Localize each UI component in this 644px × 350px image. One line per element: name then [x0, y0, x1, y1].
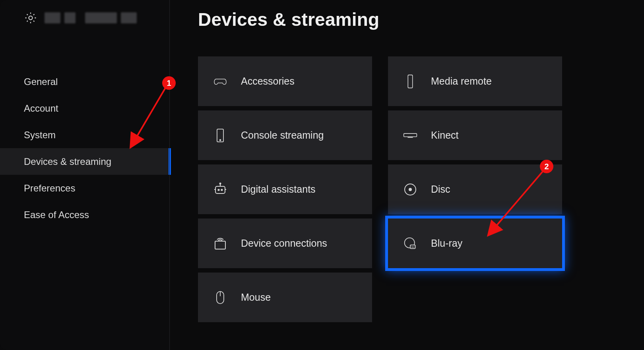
sidebar-item-ease-of-access[interactable]: Ease of Access [0, 201, 171, 228]
tile-label: Blu-ray [431, 238, 462, 249]
disc-icon [402, 182, 418, 197]
phone-icon [212, 128, 228, 143]
redacted-username [45, 12, 137, 23]
sidebar-divider [169, 0, 170, 350]
main: Devices & streaming Accessories C [171, 0, 644, 350]
tile-media-remote[interactable]: Media remote [388, 56, 562, 106]
mouse-icon [212, 290, 228, 306]
tiles-column-1: Accessories Console streaming [198, 56, 372, 322]
tile-bluray[interactable]: HD Blu-ray [388, 219, 562, 268]
svg-point-5 [220, 183, 221, 184]
svg-point-2 [220, 139, 221, 141]
controller-icon [212, 73, 228, 89]
sidebar-item-label: Account [24, 103, 58, 114]
tile-mouse[interactable]: Mouse [198, 273, 372, 322]
gear-icon [24, 11, 37, 25]
page-title: Devices & streaming [198, 9, 624, 30]
sidebar-item-devices-streaming[interactable]: Devices & streaming [0, 148, 171, 175]
sidebar-nav: General Account System Devices & streami… [0, 68, 171, 228]
tile-kinect[interactable]: Kinect [388, 110, 562, 160]
sidebar-item-label: Preferences [24, 183, 75, 194]
tile-device-connections[interactable]: Device connections [198, 219, 372, 268]
tile-label: Media remote [431, 75, 492, 87]
remote-icon [402, 73, 418, 89]
sidebar-item-general[interactable]: General [0, 68, 171, 95]
sidebar-item-label: General [24, 76, 58, 87]
tile-label: Accessories [241, 75, 295, 87]
svg-point-0 [29, 16, 32, 19]
assistant-icon [212, 182, 228, 197]
tiles-column-2: Media remote Kinect Di [388, 56, 562, 322]
tile-label: Digital assistants [241, 184, 316, 195]
svg-rect-13 [408, 75, 412, 88]
tile-digital-assistants[interactable]: Digital assistants [198, 164, 372, 214]
svg-point-6 [218, 189, 219, 190]
sidebar-item-label: Ease of Access [24, 209, 89, 220]
sidebar-header [0, 0, 171, 25]
bluray-icon: HD [402, 236, 418, 251]
sidebar-item-label: Devices & streaming [24, 156, 111, 167]
wifi-device-icon [212, 236, 228, 251]
svg-point-7 [221, 189, 222, 190]
sidebar-item-label: System [24, 130, 56, 141]
tile-accessories[interactable]: Accessories [198, 56, 372, 106]
svg-point-17 [409, 188, 411, 191]
tiles-grid: Accessories Console streaming [198, 56, 624, 322]
tile-label: Kinect [431, 130, 458, 141]
svg-text:HD: HD [411, 246, 414, 248]
sidebar-item-preferences[interactable]: Preferences [0, 175, 171, 201]
tile-disc[interactable]: Disc [388, 164, 562, 214]
tile-label: Console streaming [241, 130, 324, 141]
svg-rect-14 [404, 133, 417, 137]
tile-label: Device connections [241, 238, 327, 249]
kinect-icon [402, 128, 418, 143]
sidebar: General Account System Devices & streami… [0, 0, 171, 350]
sidebar-item-system[interactable]: System [0, 122, 171, 148]
svg-rect-3 [215, 186, 225, 193]
sidebar-item-account[interactable]: Account [0, 95, 171, 122]
svg-rect-10 [215, 241, 225, 249]
tile-label: Disc [431, 184, 450, 195]
tile-label: Mouse [241, 292, 271, 303]
tile-console-streaming[interactable]: Console streaming [198, 110, 372, 160]
